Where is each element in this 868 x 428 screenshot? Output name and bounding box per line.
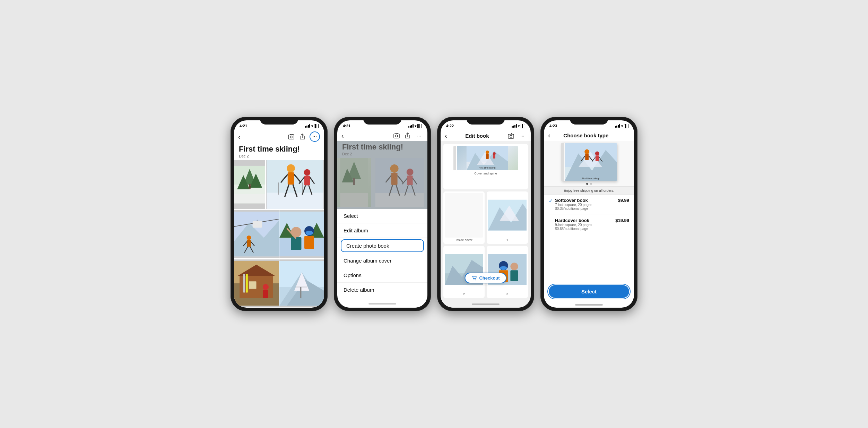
status-time-4: 4:23	[549, 124, 557, 128]
svg-rect-56	[263, 290, 268, 298]
wifi-icon-4: ▾	[621, 124, 623, 128]
svg-rect-120	[596, 155, 599, 161]
menu-item-change-album-cover[interactable]: Change album cover	[337, 254, 427, 268]
more-button-2[interactable]: ···	[415, 131, 423, 140]
back-button-2[interactable]: ‹	[341, 132, 344, 140]
book-cover-cell-3[interactable]: First time skiing! Cover and spine	[443, 144, 528, 189]
phone-4: 4:23 ▾ ▌ ‹ Choose boo	[540, 117, 637, 311]
menu-item-delete-album[interactable]: Delete album	[337, 283, 427, 297]
svg-rect-54	[246, 274, 248, 292]
hardcover-name-4: Hardcover book	[555, 218, 613, 223]
more-button-1[interactable]: ···	[310, 131, 320, 142]
signal-icon-1	[305, 124, 310, 128]
book-options-4: ✓ Softcover book 7-inch square, 20 pages…	[544, 195, 634, 282]
svg-rect-64	[394, 134, 399, 138]
photo-row-1	[234, 160, 324, 209]
signal-icon-3	[512, 124, 517, 128]
back-button-3[interactable]: ‹	[445, 132, 447, 140]
page1-cell-3[interactable]: 1	[487, 191, 528, 243]
svg-rect-12	[267, 193, 323, 209]
shipping-banner-4: Enjoy free shipping on all orders.	[544, 186, 634, 195]
svg-point-109	[474, 279, 474, 280]
hardcover-desc2-4: $0.65/additional page	[555, 227, 613, 231]
photo-row-2	[234, 210, 324, 258]
battery-icon-2: ▌	[417, 124, 422, 128]
status-time-1: 4:21	[240, 124, 247, 128]
softcover-desc1-4: 7-inch square, 20 pages	[555, 203, 616, 207]
inside-cover-cell-3[interactable]: Inside cover	[443, 191, 485, 243]
status-icons-2: ▾ ▌	[408, 124, 422, 128]
book-cover-text-3: First time skiing!	[457, 166, 518, 169]
phone-1-screen: 4:21 ▾ ▌ ‹	[234, 120, 324, 308]
svg-rect-33	[247, 240, 251, 247]
hardcover-option-4[interactable]: ✓ Hardcover book 9-inch square, 20 pages…	[549, 218, 629, 231]
toolbar-1: ‹	[234, 130, 324, 143]
add-photo-icon-1[interactable]	[287, 133, 295, 140]
album-title-1: First time skiing!	[234, 143, 324, 154]
book-preview-4: First time skiing!	[544, 141, 634, 186]
page3-cell-3[interactable]: 3	[487, 246, 528, 298]
menu-item-create-photo-book[interactable]: Create photo book	[341, 239, 424, 252]
toolbar-right-3: ···	[507, 131, 527, 140]
softcover-name-4: Softcover book	[555, 198, 616, 203]
hardcover-desc1-4: 9-inch square, 20 pages	[555, 223, 613, 227]
svg-rect-10	[234, 194, 265, 203]
svg-point-42	[291, 227, 301, 238]
add-icon-3[interactable]	[507, 132, 515, 139]
svg-rect-30	[253, 221, 262, 228]
hardcover-check-icon-4: ✓	[549, 218, 553, 224]
book-cover-image-3: First time skiing!	[457, 146, 518, 170]
menu-item-options[interactable]: Options	[337, 268, 427, 283]
svg-point-13	[287, 164, 295, 172]
phone-3-frame: 4:22 ▾ ▌ ‹ Edit book	[437, 117, 534, 311]
back-button-4[interactable]: ‹	[548, 131, 550, 139]
svg-rect-85	[508, 134, 514, 138]
more-button-3[interactable]: ···	[518, 131, 527, 140]
menu-item-select[interactable]: Select	[337, 209, 427, 223]
svg-rect-0	[288, 135, 294, 139]
svg-rect-96	[493, 155, 495, 159]
checkout-button-3[interactable]: Checkout	[465, 273, 506, 283]
page1-photo-3	[488, 193, 527, 237]
svg-point-1	[290, 136, 292, 138]
cover-spine-label-3: Cover and spine	[474, 170, 497, 175]
page3-photo-3	[488, 247, 527, 292]
status-icons-4: ▾ ▌	[615, 124, 628, 128]
hardcover-price-4: $19.99	[615, 218, 629, 223]
svg-rect-20	[304, 176, 310, 185]
wifi-icon-1: ▾	[311, 124, 313, 128]
phone-1: 4:21 ▾ ▌ ‹	[231, 117, 328, 311]
menu-item-edit-album[interactable]: Edit album	[337, 223, 427, 238]
dim-overlay-2	[337, 141, 427, 209]
svg-point-119	[595, 151, 599, 155]
svg-rect-9	[249, 184, 250, 189]
phone-2-frame: 4:21 ▾ ▌ ‹	[334, 117, 431, 311]
softcover-info-4: Softcover book 7-inch square, 20 pages $…	[555, 198, 616, 211]
phone-4-frame: 4:23 ▾ ▌ ‹ Choose boo	[540, 117, 637, 311]
svg-point-19	[304, 169, 311, 176]
svg-rect-62	[300, 287, 301, 298]
add-photo-icon-2[interactable]	[393, 132, 400, 139]
svg-rect-94	[486, 154, 489, 159]
hardcover-info-4: Hardcover book 9-inch square, 20 pages $…	[555, 218, 613, 231]
photo-cell-lift	[234, 210, 279, 258]
phone-4-screen: 4:23 ▾ ▌ ‹ Choose boo	[544, 120, 634, 308]
status-time-2: 4:21	[343, 124, 350, 128]
book-cover-spine-3: First time skiing!	[453, 146, 518, 170]
screenshots-container: 4:21 ▾ ▌ ‹	[231, 117, 637, 311]
svg-rect-43	[291, 237, 301, 250]
share-icon-1[interactable]	[298, 133, 306, 140]
photo-cell-skier-orange	[266, 160, 324, 209]
page2-cell-3[interactable]: 2	[443, 246, 485, 298]
back-button-1[interactable]: ‹	[238, 133, 241, 141]
checkout-label-3: Checkout	[479, 275, 500, 281]
page-title-3: Edit book	[465, 133, 489, 139]
wifi-icon-2: ▾	[415, 124, 416, 128]
svg-rect-116	[585, 154, 589, 160]
share-icon-2[interactable]	[404, 132, 411, 139]
select-button-4[interactable]: Select	[549, 285, 629, 298]
softcover-option-4[interactable]: ✓ Softcover book 7-inch square, 20 pages…	[549, 198, 629, 211]
page1-label-3: 1	[506, 238, 508, 242]
photo-cell-trees	[234, 160, 265, 209]
softcover-price-4: $9.99	[618, 198, 629, 203]
